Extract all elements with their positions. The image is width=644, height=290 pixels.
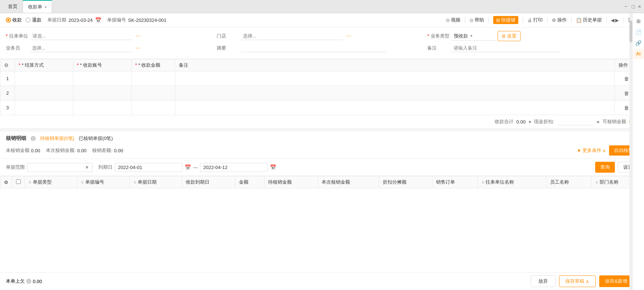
scroll-thumb[interactable] [629,20,632,42]
video-action[interactable]: ⊙ 视频 [446,17,460,23]
radio-refund[interactable]: 退款 [25,17,42,23]
abandon-button[interactable]: 放弃 [531,275,555,287]
row-settlement-3[interactable] [15,101,73,115]
balance-info-icon[interactable]: i [26,279,31,284]
doc-type-label: 单据类型 [33,179,52,185]
settings-icon-bottom[interactable]: ⚙ [4,180,8,185]
shortcut-action[interactable]: ⊞ 快捷键 [493,16,518,24]
sidebar-link-icon[interactable]: 🔗 [633,38,644,48]
due-date-to-cal-icon[interactable]: 📅 [270,164,276,170]
setup-button[interactable]: ⚙ 设置 [498,31,521,41]
employee-col-label: 员工名称 [550,179,569,185]
due-date-from-input[interactable] [115,163,182,172]
filter-icon: ▼ [577,148,581,153]
summary-input[interactable] [241,44,386,52]
row-settlement-1[interactable] [15,71,73,86]
footer: 本单上欠 i 0.00 放弃 保存草稿 ∧ 保存&新增 ∧ [0,272,644,290]
counterpart-input[interactable] [30,32,132,40]
nav-arrows: ◀ ▶ [611,17,619,23]
query-button[interactable]: 查询 [595,162,615,173]
counterpart-more-icon[interactable]: ··· [136,33,141,39]
unchecked-stat: 未核销金额 0.00 [6,147,40,154]
sort-icon-1: ⇅ [28,180,31,184]
discount-col-label: 折扣分摊额 [383,179,407,185]
staff-more-icon[interactable]: ··· [136,45,140,51]
total-label: 收款合计 [495,118,514,125]
close-icon[interactable]: × [638,3,641,9]
radio-refund-label: 退款 [32,17,42,23]
minimize-icon[interactable]: － [623,3,629,10]
row-remark-3[interactable] [175,101,615,115]
store-more-icon[interactable]: ··· [346,33,351,39]
scrollbar[interactable] [629,13,632,290]
divider-1 [465,17,465,23]
row-settlement-2[interactable] [15,86,73,101]
radio-refund-dot [25,17,31,23]
balance-label: 本单上欠 [6,278,25,285]
operations-icon: ⚙ [552,17,556,23]
print-label: 打印 [533,17,543,23]
row-delete-1-icon[interactable]: 🗑 [624,76,629,82]
equals-sign: = [597,119,600,125]
counterpart-label: 往来单位 [6,33,28,39]
amount-label: * 收款金额 [135,62,160,68]
nav-right-icon[interactable]: ▶ [615,17,619,23]
more-conditions-label: 更多条件 [582,147,601,154]
sidebar-doc-icon[interactable]: 📄 [633,27,644,37]
due-date-to-input[interactable] [200,163,268,172]
tab-receipt-close[interactable]: × [44,5,47,9]
diff-value: 0.00 [114,148,123,153]
more-conditions-btn[interactable]: ▼ 更多条件 ∧ [577,147,606,154]
doc-num-label: 单据编号 [85,179,104,185]
amount-col-label: 金额 [239,179,248,185]
tab-home[interactable]: 首页 [3,0,23,13]
operations-label: 操作 [557,17,567,23]
row-delete-3-icon[interactable]: 🗑 [624,105,629,111]
row-remark-1[interactable] [175,71,615,86]
total-value: 0.00 [517,119,526,125]
date-range-select[interactable]: ▼ [27,163,93,172]
row-amount-2[interactable] [131,86,175,101]
row-amount-1[interactable] [131,71,175,86]
divider-5 [571,17,572,23]
operations-action[interactable]: ⚙ 操作 [552,17,567,23]
radio-receipt-label: 收款 [12,17,22,23]
table-settings-icon[interactable]: ⚙ [4,62,9,68]
nav-left-icon[interactable]: ◀ [611,17,614,23]
date-dash: — [193,165,198,170]
due-date-from-cal-icon[interactable]: 📅 [185,164,191,170]
row-delete-2-icon[interactable]: 🗑 [624,90,629,96]
sales-order-col-label: 销售订单 [436,179,455,185]
pending-tab[interactable]: 待核销单据(0笔) [40,135,74,142]
form-row-1: 往来单位 ··· 门店 ··· 业务类型 预收款 ▼ ⚙ 设置 [6,31,638,41]
sidebar-table-icon[interactable]: ⊞ [633,16,644,26]
row-account-3[interactable] [73,101,131,115]
select-all-checkbox[interactable] [16,179,21,184]
radio-receipt[interactable]: 收款 [6,17,22,23]
done-tab[interactable]: 已核销单据(0笔) [79,135,113,142]
remark-input[interactable] [451,44,561,52]
store-input[interactable] [241,32,343,40]
number-field: 单据编号 SK-20230324-001 [107,17,167,23]
business-type-select[interactable]: 预收款 ▼ [452,32,495,41]
save-draft-button[interactable]: 保存草稿 ∧ [559,275,596,287]
maximize-icon[interactable]: □ [632,3,635,9]
row-account-1[interactable] [73,71,131,86]
available-label: 可核销金额 [602,118,626,125]
col-settlement-header: * 结算方式 [15,59,73,71]
row-amount-3[interactable] [131,101,175,115]
tab-receipt[interactable]: 收款单 × [23,0,52,13]
col-amount-header: 金额 [235,176,264,188]
row-remark-2[interactable] [175,86,615,101]
staff-input[interactable] [30,44,132,52]
sidebar-ai-icon[interactable]: Ai [633,49,644,59]
discount-input[interactable] [557,118,594,125]
verification-info-icon[interactable]: i [31,136,36,141]
calendar-icon[interactable]: 📅 [95,17,101,23]
account-label: * 收款账号 [77,62,102,68]
row-account-2[interactable] [73,86,131,101]
history-action[interactable]: 📋 历史单据 [576,17,602,23]
save-new-label: 保存&新增 [605,278,627,285]
help-action[interactable]: ⊙ 帮助 [470,17,484,23]
print-action[interactable]: 🖨 打印 [527,17,543,23]
